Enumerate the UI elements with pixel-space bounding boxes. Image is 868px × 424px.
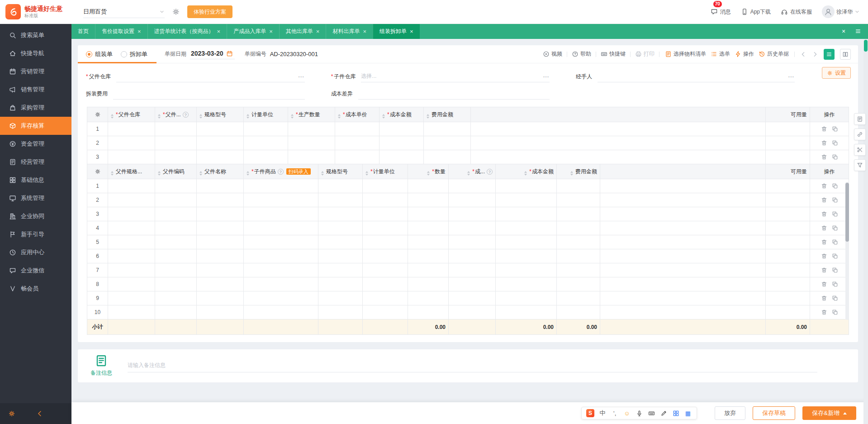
industry-solution-button[interactable]: 体验行业方案 — [187, 5, 232, 18]
grid-cell[interactable] — [496, 291, 557, 305]
grid-cell[interactable] — [363, 207, 408, 221]
ime-emoji-icon[interactable]: ☺ — [623, 409, 631, 417]
grid-cell[interactable] — [318, 207, 363, 221]
grid-cell[interactable] — [155, 291, 197, 305]
sort-icon[interactable] — [365, 171, 368, 176]
grid-cell[interactable] — [363, 235, 408, 249]
grid-cell[interactable] — [557, 221, 600, 235]
sort-icon[interactable] — [247, 171, 249, 176]
sort-icon[interactable] — [338, 114, 341, 119]
grid-cell[interactable] — [244, 249, 318, 263]
grid-cell[interactable] — [197, 235, 244, 249]
tool-print[interactable]: 打印 — [635, 50, 655, 58]
grid-cell[interactable] — [108, 305, 155, 319]
grid-cell[interactable] — [155, 235, 197, 249]
grid-cell[interactable] — [108, 150, 155, 164]
grid-cell[interactable] — [155, 122, 197, 136]
grid-cell[interactable] — [197, 277, 244, 291]
copy-row-icon[interactable] — [832, 295, 838, 301]
user-menu[interactable]: 徐泽华 — [822, 5, 860, 18]
save-and-new-button[interactable]: 保存&新增 — [802, 406, 856, 420]
grid-cell[interactable] — [449, 193, 496, 207]
more-options-icon[interactable]: ⋯ — [294, 73, 305, 80]
grid-cell[interactable] — [496, 263, 557, 277]
tab-item[interactable]: 售价提取设置× — [95, 24, 147, 39]
delete-row-icon[interactable] — [821, 140, 827, 146]
grid-cell[interactable] — [155, 136, 197, 150]
copy-row-icon[interactable] — [832, 239, 838, 245]
grid-cell[interactable] — [496, 221, 557, 235]
sidebar-item-box[interactable]: 库存核算 — [0, 117, 71, 135]
grid-cell[interactable] — [108, 235, 155, 249]
tool-keyboard[interactable]: 快捷键 — [601, 50, 626, 58]
grid-cell[interactable] — [155, 150, 197, 164]
grid-cell[interactable] — [408, 221, 449, 235]
grid-cell[interactable] — [496, 305, 557, 319]
grid-cell[interactable] — [449, 179, 496, 193]
sort-icon[interactable] — [158, 114, 161, 119]
sort-icon[interactable] — [382, 114, 385, 119]
grid-cell[interactable] — [108, 291, 155, 305]
grid-cell[interactable] — [155, 207, 197, 221]
grid-cell[interactable] — [244, 193, 318, 207]
org-settings-gear-icon[interactable] — [172, 8, 180, 16]
grid-cell[interactable] — [155, 277, 197, 291]
grid-cell[interactable] — [496, 207, 557, 221]
grid-cell[interactable] — [363, 305, 408, 319]
scissors-tool-icon[interactable] — [854, 144, 866, 156]
ime-zh-icon[interactable]: 中 — [598, 409, 607, 417]
delete-row-icon[interactable] — [821, 295, 827, 301]
copy-row-icon[interactable] — [832, 126, 838, 132]
org-select[interactable]: 日用百货 — [83, 5, 165, 18]
copy-row-icon[interactable] — [832, 225, 838, 231]
grid-cell[interactable] — [449, 277, 496, 291]
grid-cell[interactable] — [363, 221, 408, 235]
ime-toolbox-icon[interactable] — [672, 409, 680, 417]
grid-cell[interactable] — [557, 249, 600, 263]
tool-list[interactable]: 选单 — [711, 50, 730, 58]
page-scrollbar[interactable] — [863, 39, 868, 424]
copy-row-icon[interactable] — [832, 140, 838, 146]
table-scrollbar[interactable] — [845, 182, 849, 320]
copy-row-icon[interactable] — [832, 267, 838, 273]
sidebar-item-coin[interactable]: 资金管理 — [0, 135, 71, 153]
sort-icon[interactable] — [111, 114, 114, 119]
grid-cell[interactable] — [379, 150, 424, 164]
tab-item[interactable]: 产成品入库单× — [227, 24, 279, 39]
grid-cell[interactable] — [408, 305, 449, 319]
copy-row-icon[interactable] — [832, 281, 838, 287]
tab-close-icon[interactable]: × — [316, 28, 320, 35]
sort-icon[interactable] — [321, 171, 324, 176]
info-icon[interactable]: ? — [183, 112, 189, 118]
grid-cell[interactable] — [449, 207, 496, 221]
sort-icon[interactable] — [427, 171, 430, 176]
ime-mic-icon[interactable] — [635, 409, 643, 417]
app-download-button[interactable]: App下载 — [741, 8, 771, 16]
grid-cell[interactable] — [363, 263, 408, 277]
grid-cell[interactable] — [288, 150, 335, 164]
radio-disassembly[interactable]: 拆卸单 — [121, 50, 147, 58]
grid-cell[interactable] — [244, 136, 288, 150]
sidebar-item-grid[interactable]: 基础信息 — [0, 171, 71, 189]
sidebar-settings-gear-icon[interactable] — [8, 410, 15, 417]
cost-variance-input[interactable] — [358, 88, 550, 100]
grid-cell[interactable] — [155, 263, 197, 277]
link-tool-icon[interactable] — [854, 129, 866, 140]
prev-record-icon[interactable] — [800, 51, 806, 57]
grid-cell[interactable] — [318, 235, 363, 249]
list-view-toggle[interactable] — [824, 49, 835, 60]
grid-cell[interactable] — [197, 249, 244, 263]
grid-cell[interactable] — [318, 291, 363, 305]
grid-cell[interactable] — [108, 179, 155, 193]
more-options-icon[interactable]: ⋯ — [784, 73, 795, 80]
delete-row-icon[interactable] — [821, 183, 827, 189]
ime-keyboard-icon[interactable] — [647, 409, 655, 417]
tab-item[interactable]: 首页 — [71, 24, 95, 39]
tab-item[interactable]: 其他出库单× — [279, 24, 326, 39]
grid-cell[interactable] — [496, 277, 557, 291]
tab-list-icon[interactable] — [854, 28, 862, 35]
grid-cell[interactable] — [108, 249, 155, 263]
sort-icon[interactable] — [111, 171, 114, 176]
delete-row-icon[interactable] — [821, 211, 827, 217]
grid-cell[interactable] — [335, 122, 379, 136]
